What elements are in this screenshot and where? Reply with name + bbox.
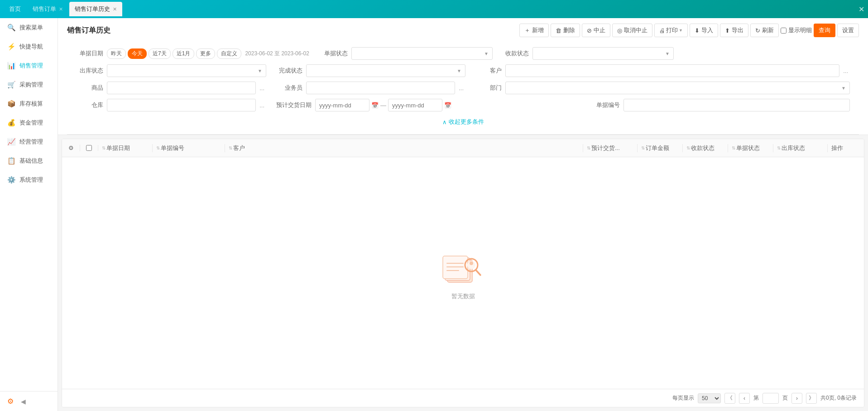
th-action: 操作 (828, 144, 864, 152)
calendar-end-icon[interactable]: 📅 (444, 102, 451, 109)
date-chip-more[interactable]: 更多 (196, 48, 215, 59)
refresh-button[interactable]: ↻ 刷新 (750, 24, 779, 37)
prev-page-button[interactable]: ‹ (739, 393, 750, 404)
show-details-input[interactable] (781, 28, 786, 34)
complete-status-select[interactable]: ▼ (306, 64, 465, 77)
page-word: 第 (753, 394, 759, 402)
th-delivery-label: 预计交货... (591, 144, 620, 152)
export-button[interactable]: ⬆ 导出 (720, 24, 748, 37)
sidebar-item-sales-mgmt[interactable]: 📊 销售管理 (0, 56, 58, 75)
sidebar-item-basic-info[interactable]: 📋 基础信息 (0, 151, 58, 170)
th-order-status[interactable]: ⇅ 单据状态 (728, 144, 773, 152)
sidebar-item-quick-nav[interactable]: ⚡ 快捷导航 (0, 37, 58, 56)
settings-col-icon: ⚙ (68, 145, 74, 151)
goods-dots-button[interactable]: ... (258, 85, 266, 92)
sort-icon-customer: ⇅ (229, 145, 232, 150)
show-details-checkbox[interactable]: 显示明细 (781, 26, 812, 34)
date-chip-yesterday[interactable]: 昨天 (107, 48, 126, 59)
date-chip-last1month[interactable]: 近1月 (173, 48, 195, 59)
sidebar-settings-icon[interactable]: ⚙ (7, 397, 14, 406)
th-date[interactable]: ⇅ 单据日期 (98, 144, 153, 152)
chevron-up-icon: ∧ (442, 119, 447, 126)
th-customer[interactable]: ⇅ 客户 (225, 144, 583, 152)
filter-group-department: 部门 ▼ (475, 82, 850, 94)
delivery-date-start-input[interactable] (315, 99, 369, 111)
delivery-status-select[interactable]: ▼ (107, 64, 266, 77)
add-button[interactable]: ＋ 新增 (519, 24, 549, 37)
sidebar-item-basic-info-label: 基础信息 (19, 157, 43, 165)
sidebar-item-purchase-mgmt[interactable]: 🛒 采购管理 (0, 75, 58, 94)
filter-group-order-status: 单据状态 ▼ (321, 47, 493, 60)
salesperson-dots-button[interactable]: ... (457, 85, 465, 92)
th-delivery-status[interactable]: ⇅ 出库状态 (773, 144, 828, 152)
filter-group-customer: 客户 ... (475, 64, 850, 77)
customer-input[interactable] (505, 64, 839, 77)
date-chip-custom[interactable]: 自定义 (217, 48, 241, 59)
th-check[interactable] (80, 145, 98, 151)
filter-row-1: 单据日期 昨天 今天 近7天 近1月 更多 自定义 2023-06-02 至 2… (76, 47, 850, 60)
import-icon: ⬇ (695, 27, 700, 34)
sales-icon: 📊 (7, 62, 16, 70)
filter-group-delivery-date: 预计交货日期 📅 — 📅 (275, 99, 584, 111)
sidebar: 🔍 搜索菜单 ⚡ 快捷导航 📊 销售管理 🛒 采购管理 📦 库存核算 💰 资金管… (0, 18, 58, 411)
stop-button[interactable]: ⊘ 中止 (582, 24, 610, 37)
settings-button[interactable]: 设置 (837, 24, 859, 37)
calendar-start-icon[interactable]: 📅 (371, 102, 379, 109)
complete-status-label: 完成状态 (275, 67, 302, 75)
goods-input[interactable] (107, 82, 256, 94)
sidebar-item-system-mgmt[interactable]: ⚙️ 系统管理 (0, 170, 58, 189)
tab-sales-order[interactable]: 销售订单 ✕ (27, 2, 68, 16)
department-select[interactable]: ▼ (505, 82, 850, 94)
delivery-status-arrow-icon: ▼ (258, 68, 262, 73)
th-settings[interactable]: ⚙ (62, 145, 80, 151)
page-number-input[interactable]: 1 (762, 393, 779, 404)
delivery-date-group: 📅 — 📅 (315, 99, 584, 111)
th-number[interactable]: ⇅ 单据编号 (153, 144, 225, 152)
tab-sales-order-close[interactable]: ✕ (59, 6, 63, 12)
sidebar-item-inventory[interactable]: 📦 库存核算 (0, 94, 58, 113)
sidebar-item-system-mgmt-label: 系统管理 (19, 176, 43, 184)
query-button[interactable]: 查询 (814, 24, 835, 37)
first-page-button[interactable]: 《 (724, 393, 735, 404)
date-chip-today[interactable]: 今天 (128, 48, 147, 59)
tab-sales-order-history[interactable]: 销售订单历史 ✕ (69, 2, 122, 16)
sidebar-item-capital[interactable]: 💰 资金管理 (0, 113, 58, 132)
cancel-stop-button[interactable]: ◎ 取消中止 (612, 24, 652, 37)
sidebar-item-search-menu[interactable]: 🔍 搜索菜单 (0, 18, 58, 37)
sidebar-item-operations[interactable]: 📈 经营管理 (0, 132, 58, 151)
receipt-status-select[interactable]: ▼ (532, 47, 674, 60)
filter-area: 单据日期 昨天 今天 近7天 近1月 更多 自定义 2023-06-02 至 2… (67, 43, 859, 135)
delete-button[interactable]: 🗑 删除 (551, 24, 580, 37)
th-delivery[interactable]: ⇅ 预计交货... (583, 144, 638, 152)
order-status-select[interactable]: ▼ (351, 47, 493, 60)
add-icon: ＋ (524, 26, 530, 34)
table-area: ⚙ ⇅ 单据日期 ⇅ 单据编号 ⇅ 客户 ⇅ (62, 139, 864, 407)
delivery-date-end-input[interactable] (388, 99, 442, 111)
sidebar-collapse-icon[interactable]: ◀ (21, 398, 26, 405)
select-all-checkbox[interactable] (86, 145, 92, 151)
doc-number-input[interactable] (623, 99, 850, 111)
salesperson-input[interactable] (306, 82, 455, 94)
warehouse-dots-button[interactable]: ... (258, 102, 266, 109)
sort-icon-order: ⇅ (732, 145, 735, 150)
window-close-icon[interactable]: ✕ (858, 5, 864, 14)
refresh-icon: ↻ (755, 27, 760, 34)
collapse-button[interactable]: ∧ 收起更多条件 (76, 116, 850, 130)
tab-sales-order-history-close[interactable]: ✕ (113, 6, 117, 12)
import-button[interactable]: ⬇ 导入 (690, 24, 718, 37)
last-page-button[interactable]: 》 (806, 393, 817, 404)
th-amount[interactable]: ⇅ 订单金额 (638, 144, 683, 152)
page-size-select[interactable]: 50 100 200 (698, 393, 721, 403)
order-status-label: 单据状态 (321, 49, 348, 58)
tab-home[interactable]: 首页 (4, 2, 26, 16)
print-button[interactable]: 🖨 打印 ▼ (654, 24, 688, 37)
warehouse-input[interactable] (107, 99, 256, 111)
date-range: 2023-06-02 至 2023-06-02 (245, 50, 309, 58)
date-chip-last7[interactable]: 近7天 (149, 48, 171, 59)
goods-control: ... (107, 82, 266, 94)
customer-dots-button[interactable]: ... (841, 68, 850, 74)
cancel-stop-icon: ◎ (617, 27, 622, 34)
next-page-button[interactable]: › (791, 393, 802, 404)
import-label: 导入 (701, 26, 713, 34)
th-receipt-status[interactable]: ⇅ 收款状态 (683, 144, 728, 152)
